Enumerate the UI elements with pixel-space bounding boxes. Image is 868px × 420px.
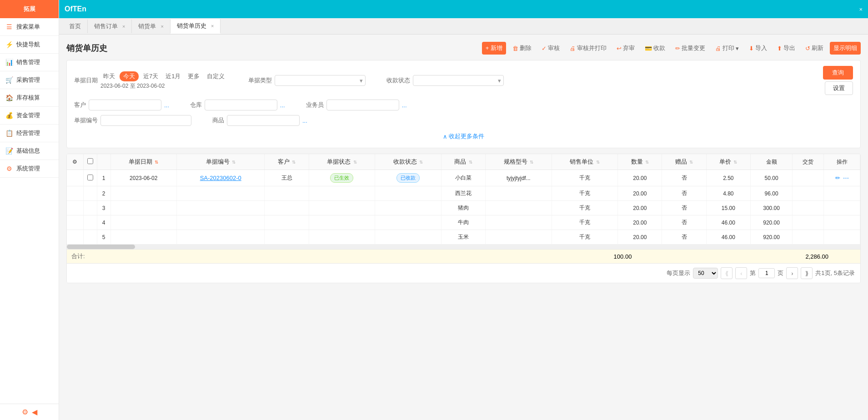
horizontal-scrollbar[interactable]: [67, 245, 860, 249]
set-button[interactable]: 设置: [825, 81, 853, 95]
sidebar-item-operations[interactable]: 📋 经营管理: [0, 125, 59, 142]
collect-status-input[interactable]: [413, 75, 504, 86]
collect-button[interactable]: 💳 收款: [641, 42, 669, 55]
sort-gift-icon[interactable]: ⇅: [689, 160, 693, 165]
col-unit[interactable]: 销售单位 ⇅: [552, 154, 618, 170]
import-button[interactable]: ⬇ 导入: [745, 42, 771, 55]
date-btn-more[interactable]: 更多: [185, 71, 202, 81]
sort-collect-status-icon[interactable]: ⇅: [419, 160, 423, 165]
scrollbar-thumb[interactable]: [67, 245, 135, 249]
sort-spec-icon[interactable]: ⇅: [530, 160, 533, 165]
show-detail-button[interactable]: 显示明细: [830, 42, 861, 55]
row-doc-no[interactable]: [177, 215, 265, 230]
query-button[interactable]: 查询: [823, 66, 853, 80]
date-btn-7days[interactable]: 近7天: [140, 71, 161, 81]
sort-qty-icon[interactable]: ⇅: [645, 160, 649, 165]
sort-doc-status-icon[interactable]: ⇅: [353, 160, 357, 165]
col-goods[interactable]: 商品 ⇅: [441, 154, 485, 170]
warehouse-ellipsis[interactable]: ...: [280, 102, 285, 109]
last-page-button[interactable]: ⟫: [801, 267, 813, 279]
sort-goods-icon[interactable]: ⇅: [469, 160, 472, 165]
sort-doc-date-icon[interactable]: ⇅: [155, 160, 158, 165]
customer-ellipsis[interactable]: ...: [164, 102, 169, 109]
row-checkbox-cell[interactable]: [83, 201, 97, 215]
row-checkbox-cell[interactable]: [83, 186, 97, 201]
date-btn-yesterday[interactable]: 昨天: [100, 71, 118, 81]
export-button[interactable]: ⬆ 导出: [773, 42, 799, 55]
sidebar-settings-icon[interactable]: ⚙: [22, 408, 28, 416]
collapse-button[interactable]: ∧ 收起更多条件: [441, 130, 486, 142]
sort-unit-price-icon[interactable]: ⇅: [733, 160, 737, 165]
col-unit-price[interactable]: 单价 ⇅: [706, 154, 750, 170]
col-customer[interactable]: 客户 ⇅: [265, 154, 309, 170]
col-checkbox[interactable]: [83, 154, 97, 170]
tab-close-sales-order[interactable]: ×: [122, 24, 125, 29]
sidebar-item-system[interactable]: ⚙ 系统管理: [0, 160, 59, 178]
col-doc-no[interactable]: 单据编号 ⇅: [177, 154, 265, 170]
tab-close-sales-goods[interactable]: ×: [161, 24, 163, 29]
tab-sales-order[interactable]: 销售订单 ×: [88, 20, 132, 33]
customer-input[interactable]: [89, 100, 161, 110]
row-doc-no[interactable]: [177, 186, 265, 201]
sidebar-item-finance[interactable]: 💰 资金管理: [0, 107, 59, 125]
print-button[interactable]: 🖨 打印 ▾: [712, 42, 743, 55]
sidebar-item-sales[interactable]: 📊 销售管理: [0, 54, 59, 71]
row-checkbox-cell[interactable]: [83, 215, 97, 230]
col-doc-status[interactable]: 单据状态 ⇅: [309, 154, 375, 170]
edit-icon[interactable]: ✏: [835, 175, 840, 181]
col-collect-status[interactable]: 收款状态 ⇅: [375, 154, 442, 170]
sidebar-item-quick-nav[interactable]: ⚡ 快捷导航: [0, 36, 59, 54]
row-checkbox[interactable]: [87, 175, 93, 180]
delete-button[interactable]: 🗑 删除: [509, 42, 535, 55]
sort-doc-no-icon[interactable]: ⇅: [232, 160, 236, 165]
more-action-icon[interactable]: ⋯: [843, 175, 849, 181]
top-bar-close[interactable]: ×: [859, 6, 863, 13]
row-doc-no[interactable]: [177, 230, 265, 245]
date-btn-today[interactable]: 今天: [120, 71, 139, 81]
salesperson-ellipsis[interactable]: ...: [402, 102, 407, 109]
sidebar-item-search-menu[interactable]: ☰ 搜索菜单: [0, 18, 59, 36]
per-page-select[interactable]: 50 100 200: [693, 268, 718, 279]
type-input[interactable]: [275, 75, 366, 86]
refresh-button[interactable]: ↺ 刷新: [802, 42, 827, 55]
row-doc-status: [309, 230, 375, 245]
sidebar-collapse-icon[interactable]: ◀: [32, 408, 37, 416]
batch-change-button[interactable]: ✏ 批量变更: [672, 42, 709, 55]
col-gift[interactable]: 赠品 ⇅: [662, 154, 706, 170]
warehouse-input[interactable]: [205, 100, 277, 110]
next-page-button[interactable]: ›: [786, 267, 798, 279]
discard-button[interactable]: ↩ 弃审: [613, 42, 638, 55]
new-button[interactable]: + 新增: [482, 42, 506, 55]
row-doc-no[interactable]: [177, 201, 265, 215]
salesperson-input[interactable]: [326, 100, 399, 110]
audit-print-button[interactable]: 🖨 审核并打印: [566, 42, 610, 55]
prev-page-button[interactable]: ‹: [735, 267, 747, 279]
select-all-checkbox[interactable]: [87, 158, 93, 164]
row-checkbox-cell[interactable]: [83, 170, 97, 186]
first-page-button[interactable]: ⟪: [721, 267, 733, 279]
sidebar-item-purchase[interactable]: 🛒 采购管理: [0, 71, 59, 89]
col-qty[interactable]: 数量 ⇅: [618, 154, 662, 170]
audit-button[interactable]: ✓ 审核: [538, 42, 563, 55]
page-input[interactable]: [758, 268, 775, 278]
date-btn-1month[interactable]: 近1月: [163, 71, 183, 81]
tab-sales-goods[interactable]: 销货单 ×: [132, 20, 170, 33]
col-doc-date[interactable]: 单据日期 ⇅: [110, 154, 177, 170]
sort-unit-icon[interactable]: ⇅: [596, 160, 600, 165]
sidebar-item-inventory[interactable]: 🏠 库存核算: [0, 89, 59, 107]
col-settings[interactable]: ⚙: [67, 154, 83, 170]
date-btn-custom[interactable]: 自定义: [204, 71, 227, 81]
sort-customer-icon[interactable]: ⇅: [292, 160, 296, 165]
tab-sales-history[interactable]: 销货单历史 ×: [171, 19, 221, 34]
col-spec[interactable]: 规格型号 ⇅: [486, 154, 552, 170]
row-doc-no[interactable]: SA-20230602-0: [177, 170, 265, 186]
tab-home[interactable]: 首页: [63, 20, 88, 33]
order-no-input[interactable]: [100, 115, 191, 126]
sidebar-item-basic-info[interactable]: 📝 基础信息: [0, 142, 59, 160]
tab-close-sales-history[interactable]: ×: [211, 23, 214, 29]
doc-no-link[interactable]: SA-20230602-0: [200, 175, 241, 181]
goods-input[interactable]: [227, 115, 300, 126]
goods-ellipsis[interactable]: ...: [302, 117, 307, 124]
row-checkbox-cell[interactable]: [83, 230, 97, 245]
row-settings: [67, 170, 83, 186]
